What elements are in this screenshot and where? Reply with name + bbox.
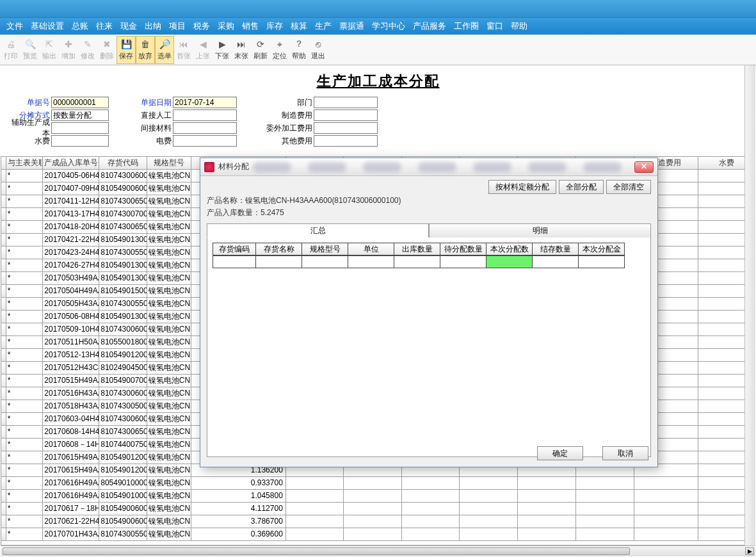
table-row[interactable]: *20170616H49AA1810549010001镍氢电池CN-H49AA1… [1, 490, 755, 503]
menu-出纳[interactable]: 出纳 [141, 20, 165, 32]
inner-grid-row[interactable] [213, 255, 645, 268]
保存-icon: 💾 [120, 38, 132, 50]
menu-销售[interactable]: 销售 [238, 20, 262, 32]
inner-cell[interactable] [256, 255, 302, 268]
toolbar-放弃[interactable]: 🗑放弃 [136, 36, 155, 64]
grid-header-4[interactable]: 规格型号 [147, 157, 191, 170]
toolbar-打印[interactable]: 🖨打印 [1, 36, 20, 64]
outp-input[interactable] [314, 122, 378, 134]
toolbar-修改[interactable]: ✎修改 [78, 36, 97, 64]
grid-header-0[interactable] [1, 157, 6, 170]
toolbar-退出[interactable]: ⎋退出 [309, 36, 328, 64]
docdate-label: 单据日期 [128, 97, 173, 108]
menu-项目[interactable]: 项目 [165, 20, 189, 32]
water-input[interactable] [51, 135, 109, 147]
elec-input[interactable] [173, 135, 237, 147]
增加-icon: ✚ [63, 38, 74, 50]
menu-文件[interactable]: 文件 [3, 20, 27, 32]
menu-生产[interactable]: 生产 [311, 20, 335, 32]
docdate-input[interactable] [173, 97, 237, 108]
tab-summary[interactable]: 汇总 [207, 223, 429, 238]
inner-header[interactable]: 结存数量 [533, 243, 579, 255]
inner-header[interactable]: 存货编码 [213, 243, 256, 255]
inner-cell[interactable] [533, 255, 579, 268]
menu-产品服务[interactable]: 产品服务 [409, 20, 450, 32]
table-row[interactable]: *20170616H49AA1805490100000镍氢电池CN-AA1000… [1, 477, 755, 490]
输出-icon: ⇱ [44, 38, 55, 50]
menu-工作圈[interactable]: 工作圈 [450, 20, 483, 32]
toolbar-下张[interactable]: ▶下张 [213, 36, 232, 64]
toolbar-刷新[interactable]: ⟳刷新 [251, 36, 270, 64]
下张-icon: ▶ [216, 38, 228, 50]
grid-header-1[interactable]: 与主表关联 [6, 157, 43, 170]
menu-基础设置[interactable]: 基础设置 [27, 20, 68, 32]
grid-header-2[interactable]: 产成品入库单号 [43, 157, 99, 170]
menu-窗口[interactable]: 窗口 [483, 20, 507, 32]
other-input[interactable] [314, 135, 378, 147]
toolbar-保存[interactable]: 💾保存 [117, 36, 136, 64]
menu-学习中心[interactable]: 学习中心 [368, 20, 409, 32]
table-row[interactable]: *20170617－18H4810549006000镍氢电池CN-H49AA4.… [1, 503, 755, 515]
grid-header-3[interactable]: 存货代码 [99, 157, 147, 170]
auxcost-input[interactable] [51, 122, 109, 134]
inner-header[interactable]: 本次分配金额 [579, 243, 625, 255]
menu-帮助[interactable]: 帮助 [507, 20, 531, 32]
menu-票据通[interactable]: 票据通 [335, 20, 368, 32]
inner-header[interactable]: 本次分配数量 [487, 243, 533, 255]
horizontal-scrollbar[interactable]: ▶ [1, 545, 755, 556]
toolbar-输出[interactable]: ⇱输出 [40, 36, 59, 64]
clear-all-button[interactable]: 全部清空 [606, 180, 651, 194]
inner-header[interactable]: 出库数量 [394, 243, 440, 255]
cancel-button[interactable]: 取消 [602, 446, 648, 460]
toolbar-帮助[interactable]: ？帮助 [289, 36, 309, 64]
inner-header[interactable]: 存货名称 [256, 243, 302, 255]
inner-cell[interactable] [440, 255, 487, 268]
上张-icon: ◀ [197, 38, 209, 50]
table-row[interactable]: *20170701H43AAA810743005500镍氢电池CN-H43AA0… [1, 528, 755, 541]
toolbar-上张[interactable]: ◀上张 [193, 36, 213, 64]
dlabor-input[interactable] [173, 109, 237, 121]
inner-header[interactable]: 单位 [348, 243, 394, 255]
ok-button[interactable]: 确定 [537, 446, 583, 460]
menu-bar[interactable]: 文件基础设置总账往来现金出纳项目税务采购销售库存核算生产票据通学习中心产品服务工… [0, 18, 756, 35]
menu-总账[interactable]: 总账 [68, 20, 92, 32]
inner-cell[interactable] [487, 255, 533, 268]
inner-cell[interactable] [579, 255, 625, 268]
inner-cell[interactable] [394, 255, 440, 268]
修改-icon: ✎ [82, 38, 93, 50]
toolbar-首张[interactable]: ⏮首张 [174, 36, 193, 64]
toolbar-删除[interactable]: ✖删除 [97, 36, 117, 64]
table-row[interactable]: *20170621-22H49810549006000镍氢电池CN-H49AA3… [1, 515, 755, 528]
inner-cell[interactable] [213, 255, 256, 268]
toolbar-增加[interactable]: ✚增加 [59, 36, 78, 64]
scrollbar-thumb[interactable] [3, 547, 630, 555]
menu-采购[interactable]: 采购 [214, 20, 238, 32]
inner-cell[interactable] [348, 255, 394, 268]
alloc-all-button[interactable]: 全部分配 [559, 180, 604, 194]
放弃-icon: 🗑 [140, 38, 151, 50]
close-icon[interactable]: ✕ [634, 161, 654, 173]
menu-往来[interactable]: 往来 [92, 20, 117, 32]
vertical-scrollbar[interactable] [744, 65, 755, 545]
docno-input[interactable] [51, 97, 109, 108]
dept-input[interactable] [314, 97, 378, 108]
menu-库存[interactable]: 库存 [262, 20, 287, 32]
menu-现金[interactable]: 现金 [117, 20, 141, 32]
toolbar-末张[interactable]: ⏭末张 [232, 36, 251, 64]
toolbar-定位[interactable]: ⌖定位 [270, 36, 289, 64]
alloc-input[interactable] [51, 109, 109, 121]
toolbar-选单[interactable]: 🔎选单 [155, 36, 174, 64]
alloc-by-material-button[interactable]: 按材料定额分配 [488, 180, 556, 194]
toolbar-预览[interactable]: 🔍预览 [20, 36, 40, 64]
mfg-input[interactable] [314, 109, 378, 121]
menu-核算[interactable]: 核算 [287, 20, 311, 32]
inner-header[interactable]: 规格型号 [302, 243, 348, 255]
tab-detail[interactable]: 明细 [429, 223, 651, 238]
inner-cell[interactable] [302, 255, 348, 268]
inner-header[interactable]: 待分配数量 [440, 243, 487, 255]
menu-税务[interactable]: 税务 [189, 20, 214, 32]
imat-input[interactable] [173, 122, 237, 134]
dialog-titlebar[interactable]: 材料分配 ✕ [200, 158, 657, 176]
scroll-right-icon[interactable]: ▶ [745, 547, 754, 555]
dept-label: 部门 [275, 97, 314, 108]
